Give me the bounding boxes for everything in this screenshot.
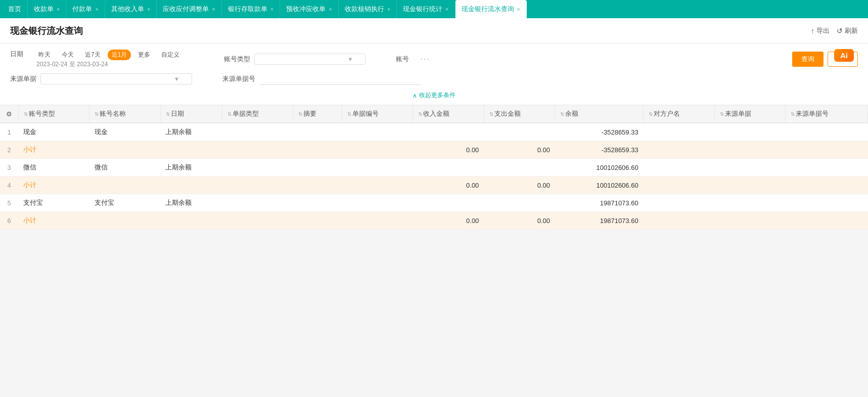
table-wrap: ⚙ ⇅账号类型 ⇅账号名称 ⇅日期 ⇅单据类型 ⇅摘要 ⇅单据编号 ⇅收入金额 … <box>0 105 868 230</box>
cell-summary <box>293 159 342 177</box>
cell-source-doc <box>714 123 786 141</box>
close-icon[interactable]: × <box>95 6 98 12</box>
date-custom[interactable]: 自定义 <box>157 50 184 60</box>
table-row: 3微信微信上期余额100102606.60 <box>0 159 868 177</box>
close-icon[interactable]: × <box>212 6 215 12</box>
cell-balance: 19871073.60 <box>555 194 644 212</box>
col-date[interactable]: ⇅日期 <box>160 105 222 123</box>
date-label: 日期 <box>10 50 30 59</box>
cell-doc-no <box>342 194 413 212</box>
table-row: 6小计0.000.0019871073.60 <box>0 212 868 230</box>
page-title: 现金银行流水查询 <box>10 25 83 37</box>
date-7days[interactable]: 近7天 <box>81 50 105 60</box>
collapse-bar[interactable]: ∧ 收起更多条件 <box>10 89 858 101</box>
table-body: 1现金现金上期余额-3528659.332小计0.000.00-3528659.… <box>0 123 868 230</box>
query-button[interactable]: 查询 <box>792 52 824 67</box>
nav-receipt[interactable]: 收款单 × <box>28 0 66 18</box>
cell-account-type: 小计 <box>18 212 89 230</box>
close-icon[interactable]: × <box>387 6 390 12</box>
cell-date: 上期余额 <box>160 159 222 177</box>
nav-bank-flow[interactable]: 现金银行流水查询 × <box>455 0 527 18</box>
row-number: 4 <box>0 177 18 194</box>
header-actions: ↑ 导出 ↺ 刷新 <box>811 26 858 35</box>
date-yesterday[interactable]: 昨天 <box>34 50 55 60</box>
chevron-down-icon: ▼ <box>174 76 179 82</box>
col-account-name[interactable]: ⇅账号名称 <box>89 105 161 123</box>
close-icon[interactable]: × <box>270 6 273 12</box>
cell-counterpart <box>644 194 715 212</box>
date-filter: 日期 昨天 今天 近7天 近1月 更多 自定义 2023-02-24 至 202… <box>10 50 184 69</box>
cell-balance: 19871073.60 <box>555 212 644 230</box>
account-type-label: 账号类型 <box>224 55 250 64</box>
cell-doc-type <box>222 123 293 141</box>
nav-advance[interactable]: 预收冲应收单 × <box>280 0 338 18</box>
cell-account-name <box>89 141 161 159</box>
nav-adjust[interactable]: 应收应付调整单 × <box>157 0 221 18</box>
export-button[interactable]: ↑ 导出 <box>811 26 830 35</box>
source-doc-no-input[interactable] <box>259 73 421 85</box>
close-icon[interactable]: × <box>57 6 60 12</box>
data-table: ⚙ ⇅账号类型 ⇅账号名称 ⇅日期 ⇅单据类型 ⇅摘要 ⇅单据编号 ⇅收入金额 … <box>0 105 868 230</box>
cell-income <box>413 159 484 177</box>
cell-doc-type <box>222 177 293 194</box>
cell-doc-no <box>342 177 413 194</box>
source-doc-select[interactable]: ▼ <box>40 73 192 84</box>
cell-account-type: 小计 <box>18 177 89 194</box>
cell-account-type: 微信 <box>18 159 89 177</box>
table-row: 5支付宝支付宝上期余额19871073.60 <box>0 194 868 212</box>
date-1month[interactable]: 近1月 <box>108 50 131 60</box>
nav-other-income[interactable]: 其他收入单 × <box>105 0 157 18</box>
col-balance[interactable]: ⇅余额 <box>555 105 644 123</box>
cell-account-name <box>89 212 161 230</box>
table-row: 2小计0.000.00-3528659.33 <box>0 141 868 159</box>
cell-source-doc-no <box>786 141 868 159</box>
cell-source-doc-no <box>786 194 868 212</box>
nav-home[interactable]: 首页 <box>2 0 28 18</box>
date-more[interactable]: 更多 <box>134 50 154 60</box>
refresh-button[interactable]: ↺ 刷新 <box>837 26 858 35</box>
nav-bank-stats[interactable]: 现金银行统计 × <box>397 0 455 18</box>
cell-expense: 0.00 <box>484 141 555 159</box>
account-more-button[interactable]: ··· <box>420 55 430 64</box>
date-today[interactable]: 今天 <box>58 50 78 60</box>
col-counterpart[interactable]: ⇅对方户名 <box>644 105 715 123</box>
col-account-type[interactable]: ⇅账号类型 <box>18 105 89 123</box>
cell-balance: -3528659.33 <box>555 141 644 159</box>
cell-date <box>160 212 222 230</box>
cell-account-type: 现金 <box>18 123 89 141</box>
cell-source-doc-no <box>786 123 868 141</box>
col-source-doc[interactable]: ⇅来源单据 <box>714 105 786 123</box>
close-icon[interactable]: × <box>329 6 332 12</box>
cell-account-type: 支付宝 <box>18 194 89 212</box>
date-options-group: 昨天 今天 近7天 近1月 更多 自定义 2023-02-24 至 2023-0… <box>34 50 184 69</box>
cell-income: 0.00 <box>413 177 484 194</box>
cell-counterpart <box>644 177 715 194</box>
gear-icon[interactable]: ⚙ <box>6 110 12 118</box>
refresh-icon: ↺ <box>837 27 843 35</box>
col-expense[interactable]: ⇅支出金额 <box>484 105 555 123</box>
close-icon[interactable]: × <box>147 6 150 12</box>
cell-date: 上期余额 <box>160 123 222 141</box>
cell-counterpart <box>644 212 715 230</box>
source-doc-filter: 来源单据 ▼ <box>10 73 192 84</box>
cell-date <box>160 177 222 194</box>
cell-doc-no <box>342 123 413 141</box>
close-icon[interactable]: × <box>517 6 520 12</box>
nav-bank-deposit[interactable]: 银行存取款单 × <box>222 0 280 18</box>
nav-reconcile[interactable]: 收款核销执行 × <box>339 0 397 18</box>
col-source-doc-no[interactable]: ⇅来源单据号 <box>786 105 868 123</box>
account-type-select[interactable]: ▼ <box>254 54 366 65</box>
col-income[interactable]: ⇅收入金额 <box>413 105 484 123</box>
close-icon[interactable]: × <box>445 6 448 12</box>
cell-expense <box>484 194 555 212</box>
col-doc-type[interactable]: ⇅单据类型 <box>222 105 293 123</box>
ai-badge[interactable]: Ai <box>834 49 854 62</box>
chevron-up-icon: ∧ <box>413 92 417 99</box>
chevron-down-icon: ▼ <box>347 56 353 62</box>
nav-payment[interactable]: 付款单 × <box>66 0 105 18</box>
col-summary[interactable]: ⇅摘要 <box>293 105 342 123</box>
cell-doc-type <box>222 159 293 177</box>
col-doc-no[interactable]: ⇅单据编号 <box>342 105 413 123</box>
cell-income: 0.00 <box>413 212 484 230</box>
cell-balance: 100102606.60 <box>555 159 644 177</box>
